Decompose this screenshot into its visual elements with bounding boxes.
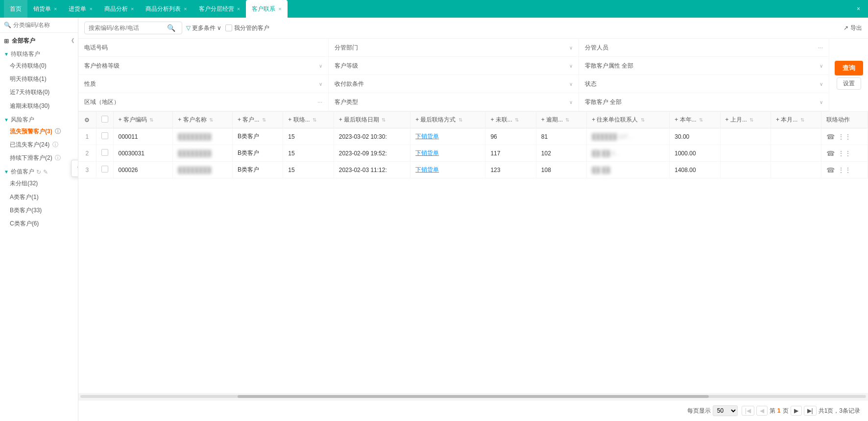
sidebar-item-a-class[interactable]: A类客户(1) [0, 191, 78, 204]
page-size-select[interactable]: 20 50 100 [713, 405, 738, 416]
row-last-date-1: 2023-03-02 10:30: [334, 128, 410, 145]
more-filter-button[interactable]: ▽ 更多条件 ∨ [186, 24, 221, 32]
last-page-button[interactable]: ▶| [804, 406, 817, 416]
status-select[interactable]: ∨ [618, 81, 823, 87]
more-icon-1[interactable]: ⋮⋮ [838, 133, 851, 141]
customer-level-select[interactable]: ∨ [368, 63, 573, 69]
query-button[interactable]: 查询 [835, 61, 863, 75]
row-type-2: B类客户 [233, 145, 283, 162]
filter-row-1: 电话号码 分管部门 ∨ 分管人员 [78, 39, 829, 57]
row-checkbox-3[interactable] [101, 166, 108, 173]
analysis-list-tab-label: 商品分析列表 [145, 5, 181, 13]
settings-button[interactable]: 设置 [837, 77, 861, 90]
gear-header[interactable]: ⚙ [78, 112, 96, 128]
phone-input[interactable] [118, 44, 322, 51]
sidebar-search-input[interactable] [13, 22, 78, 28]
col-type-sort-icon[interactable]: ⇅ [262, 117, 266, 123]
row-last-method-1[interactable]: 下销货单 [410, 128, 485, 145]
contact-icon-3[interactable]: ☎ [826, 166, 835, 174]
nav-tab-customer-contact[interactable]: 客户联系 × [246, 0, 287, 18]
nav-tab-sales[interactable]: 销货单 × [27, 0, 63, 18]
sidebar-item-b-class[interactable]: B类客户(33) [0, 204, 78, 217]
my-customer-checkbox[interactable]: 我分管的客户 [225, 24, 269, 32]
sidebar-item-ungrouped[interactable]: 未分组(32) [0, 177, 78, 190]
col-last-method-sort-icon[interactable]: ⇅ [458, 117, 462, 123]
sidebar-item-churn-warning[interactable]: 流失预警客户(3) ⓘ [0, 125, 78, 138]
first-page-button[interactable]: |◀ [742, 406, 754, 416]
sidebar-item-declining[interactable]: 持续下滑客户(2) ⓘ [0, 151, 78, 165]
next-page-button[interactable]: ▶ [791, 406, 802, 416]
payment-select[interactable]: ∨ [368, 81, 573, 87]
checkbox-header[interactable] [96, 112, 113, 128]
horizontal-scrollbar[interactable] [78, 393, 868, 400]
col-this-month-sort-icon[interactable]: ⇅ [800, 117, 804, 123]
cust-type-select[interactable]: ∨ [368, 99, 573, 105]
row-method-link-2[interactable]: 下销货单 [415, 149, 439, 156]
churn-warning-label: 流失预警客户(3) [10, 128, 52, 135]
filter-panel: 电话号码 分管部门 ∨ 分管人员 [78, 39, 868, 112]
sidebar-item-overdue[interactable]: 逾期未联络(30) [0, 99, 78, 113]
col-contact-count-sort-icon[interactable]: ⇅ [313, 117, 316, 123]
col-year-sort-icon[interactable]: ⇅ [699, 117, 703, 123]
row-check-3[interactable] [96, 162, 113, 178]
edit-icon[interactable]: ✎ [43, 169, 48, 175]
retail-attr-select[interactable]: ∨ [637, 63, 823, 69]
more-icon-3[interactable]: ⋮⋮ [838, 166, 851, 174]
customer-seg-tab-close[interactable]: × [237, 6, 240, 12]
col-name-sort-icon[interactable]: ⇅ [209, 117, 213, 123]
window-close-button[interactable]: × [853, 5, 864, 12]
region-select[interactable]: ··· [123, 99, 322, 105]
region-dots[interactable]: ··· [317, 99, 322, 105]
select-all-checkbox[interactable] [101, 116, 108, 123]
contact-icon-1[interactable]: ☎ [826, 133, 835, 141]
sidebar-item-7days[interactable]: 近7天待联络(0) [0, 86, 78, 99]
analysis-tab-close[interactable]: × [131, 6, 134, 12]
nav-tab-home[interactable]: 首页 [4, 0, 27, 18]
row-checkbox-1[interactable] [101, 132, 108, 139]
row-method-link-1[interactable]: 下销货单 [415, 133, 439, 140]
row-last-method-2[interactable]: 下销货单 [410, 145, 485, 162]
col-last-month-sort-icon[interactable]: ⇅ [749, 117, 753, 123]
my-customer-check[interactable] [225, 25, 232, 31]
sidebar-item-c-class[interactable]: C类客户(6) [0, 217, 78, 230]
export-button[interactable]: ↗ 导出 [844, 24, 862, 32]
scrollbar-thumb[interactable] [238, 395, 709, 398]
row-checkbox-2[interactable] [101, 149, 108, 156]
col-overdue-sort-icon[interactable]: ⇅ [565, 117, 569, 123]
purchase-tab-close[interactable]: × [89, 6, 92, 12]
sidebar-item-churned[interactable]: 已流失客户(24) ⓘ [0, 138, 78, 151]
manager-dots[interactable]: ··· [818, 44, 823, 51]
nav-tab-purchase[interactable]: 进货单 × [63, 0, 98, 18]
row-check-1[interactable] [96, 128, 113, 145]
search-button[interactable]: 🔍 [167, 24, 175, 32]
nav-tab-customer-seg[interactable]: 客户分层经营 × [193, 0, 246, 18]
row-contacts-blurred-1: ██████ 107... [592, 133, 633, 140]
manager-select[interactable]: ··· [618, 44, 823, 51]
scrollbar-track[interactable] [80, 395, 866, 398]
nav-tab-analysis-list[interactable]: 商品分析列表 × [140, 0, 193, 18]
sidebar-all-customers[interactable]: ⊞ 全部客户 《 [0, 33, 78, 47]
sales-tab-close[interactable]: × [54, 6, 57, 12]
row-check-2[interactable] [96, 145, 113, 162]
dept-select[interactable]: ∨ [368, 45, 573, 50]
price-level-select[interactable]: ∨ [123, 63, 322, 69]
col-contacts-sort-icon[interactable]: ⇅ [641, 117, 645, 123]
sidebar-item-today[interactable]: 今天待联络(0) [0, 59, 78, 73]
row-last-method-3[interactable]: 下销货单 [410, 162, 485, 178]
customer-contact-tab-close[interactable]: × [278, 6, 281, 12]
nav-tab-analysis[interactable]: 商品分析 × [98, 0, 140, 18]
refresh-icon[interactable]: ↻ [36, 169, 41, 175]
contact-icon-2[interactable]: ☎ [826, 149, 835, 157]
retail-customer-select[interactable]: ∨ [626, 99, 823, 105]
row-method-link-3[interactable]: 下销货单 [415, 166, 439, 173]
sidebar-item-tomorrow[interactable]: 明天待联络(1) [0, 73, 78, 86]
analysis-list-tab-close[interactable]: × [184, 6, 187, 12]
prev-page-button[interactable]: ◀ [756, 406, 768, 416]
col-last-date-sort-icon[interactable]: ⇅ [382, 117, 386, 123]
collapse-icon[interactable]: 《 [69, 37, 74, 45]
nature-select[interactable]: ∨ [118, 81, 322, 87]
col-uncontacted-sort-icon[interactable]: ⇅ [515, 117, 519, 123]
more-icon-2[interactable]: ⋮⋮ [838, 149, 851, 157]
search-input[interactable] [89, 25, 167, 31]
col-code-sort-icon[interactable]: ⇅ [149, 117, 153, 123]
